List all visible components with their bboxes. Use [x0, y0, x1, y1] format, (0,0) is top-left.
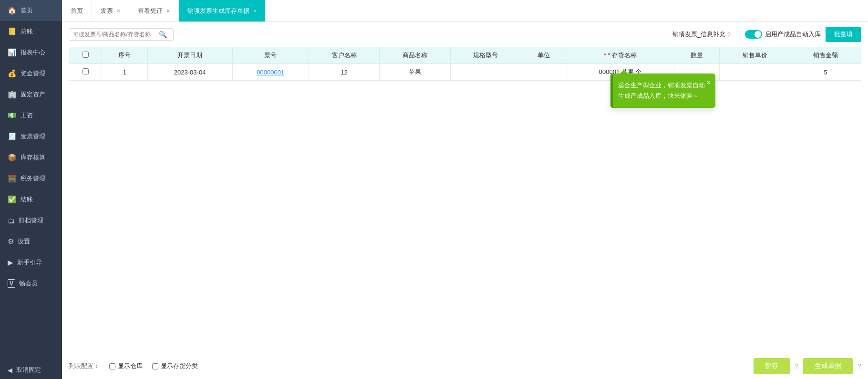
- sidebar-item-invoice-mgmt[interactable]: 🧾 发票管理: [0, 126, 62, 147]
- sidebar-item-settlement[interactable]: ✅ 结账: [0, 189, 62, 210]
- payroll-icon: 💵: [8, 111, 17, 120]
- row-spec: [450, 64, 521, 81]
- data-table: 序号 开票日期 票号 客户名称 商品名称 规格型号 单位 * * 存货名称 数量…: [69, 47, 861, 81]
- col-amount: 销售金额: [790, 47, 861, 64]
- save-button[interactable]: 暂存: [754, 358, 790, 374]
- row-product-name: 苹果: [380, 64, 450, 81]
- sidebar-item-label: 归档管理: [19, 216, 43, 225]
- table-wrap: 序号 开票日期 票号 客户名称 商品名称 规格型号 单位 * * 存货名称 数量…: [62, 47, 868, 81]
- sidebar-item-guide[interactable]: ▶ 新手引导: [0, 252, 62, 273]
- generate-button[interactable]: 生成单据: [803, 358, 853, 374]
- table-row: 1 2023-03-04 00000001 12 苹果 000001 苹果 个 …: [69, 64, 861, 81]
- sidebar-item-reports[interactable]: 📊 报表中心: [0, 42, 62, 63]
- info-text: 销项发票_信息补充: [672, 30, 725, 39]
- tab-sales-invoice-close[interactable]: ×: [253, 8, 257, 14]
- col-unit: 单位: [521, 47, 567, 64]
- sidebar-item-label: 报表中心: [21, 48, 45, 57]
- col-ticket-no: 票号: [232, 47, 309, 64]
- tab-home-label: 首页: [71, 7, 83, 15]
- vip-icon: V: [8, 279, 15, 288]
- row-ticket-no[interactable]: 00000001: [232, 64, 309, 81]
- guide-icon: ▶: [8, 258, 13, 267]
- row-amount: 5: [790, 64, 861, 81]
- content-area: 🔍 销项发票_信息补充 ? 启用产成品自动入库 批量填: [62, 22, 868, 353]
- tab-sales-invoice[interactable]: 销项发票生成库存单据 ×: [179, 0, 266, 21]
- col-seq: 序号: [102, 47, 148, 64]
- sidebar-item-label: 库存核算: [21, 153, 45, 162]
- col-spec: 规格型号: [450, 47, 521, 64]
- tab-bar: 首页 发票 × 查看凭证 × 销项发票生成库存单据 ×: [62, 0, 868, 22]
- row-checkbox-cell: [69, 64, 102, 81]
- tooltip-text: 适合生产型企业，销项发票自动生成产成品入库，快来体验～: [618, 82, 705, 99]
- tab-view-voucher-close[interactable]: ×: [166, 8, 170, 14]
- sidebar-item-label: 新手引导: [17, 258, 42, 267]
- reports-icon: 📊: [8, 48, 17, 57]
- show-warehouse-checkbox-label[interactable]: 显示仓库: [109, 362, 143, 370]
- sidebar-item-label: 首页: [21, 6, 33, 15]
- save-help-icon[interactable]: ?: [795, 362, 798, 370]
- sidebar-item-funds[interactable]: 💰 资金管理: [0, 63, 62, 84]
- search-input[interactable]: [73, 31, 159, 38]
- sidebar-item-home[interactable]: 🏠 首页: [0, 0, 62, 21]
- sidebar-item-archive[interactable]: 🗂 归档管理: [0, 210, 62, 231]
- row-seq: 1: [102, 64, 148, 81]
- sidebar-item-label: 畅会员: [19, 279, 38, 288]
- sidebar-item-label: 工资: [21, 111, 33, 120]
- sidebar-item-label: 发票管理: [21, 132, 45, 141]
- sidebar-item-ledger[interactable]: 📒 总账: [0, 21, 62, 42]
- show-warehouse-checkbox[interactable]: [109, 363, 115, 369]
- sidebar-item-label: 总账: [21, 27, 33, 36]
- tooltip-left-bar: [610, 74, 613, 108]
- col-inventory: * * 存货名称: [567, 47, 674, 64]
- row-checkbox[interactable]: [83, 68, 89, 74]
- select-all-checkbox[interactable]: [83, 52, 89, 58]
- auto-warehouse-toggle[interactable]: [745, 30, 762, 39]
- row-price: [720, 64, 790, 81]
- sidebar-item-assets[interactable]: 🏢 固定资产: [0, 84, 62, 105]
- show-category-checkbox-label[interactable]: 显示存货分类: [152, 362, 198, 370]
- row-unit: [521, 64, 567, 81]
- toggle-wrap: 启用产成品自动入库: [745, 30, 821, 39]
- settings-icon: ⚙: [8, 237, 14, 246]
- row-date: 2023-03-04: [147, 64, 232, 81]
- sidebar-item-settings[interactable]: ⚙ 设置: [0, 231, 62, 252]
- invoice-mgmt-icon: 🧾: [8, 132, 17, 141]
- tooltip-close-button[interactable]: ×: [706, 76, 711, 89]
- gen-help-icon[interactable]: ?: [858, 362, 861, 370]
- toggle-knob: [754, 31, 761, 38]
- row-customer: 12: [309, 64, 379, 81]
- sidebar-item-inventory[interactable]: 📦 库存核算: [0, 147, 62, 168]
- show-category-checkbox[interactable]: [152, 363, 158, 369]
- unfix-icon: ◀: [8, 367, 12, 374]
- sidebar-item-label: 资金管理: [21, 69, 45, 78]
- sidebar-item-vip[interactable]: V 畅会员: [0, 273, 62, 294]
- unfix-label: 取消固定: [16, 366, 41, 374]
- col-qty: 数量: [674, 47, 720, 64]
- inventory-icon: 📦: [8, 153, 17, 162]
- sidebar-item-payroll[interactable]: 💵 工资: [0, 105, 62, 126]
- sidebar-item-label: 税务管理: [21, 174, 45, 183]
- sidebar-item-tax[interactable]: 🧮 税务管理: [0, 168, 62, 189]
- tab-view-voucher-label: 查看凭证: [138, 7, 163, 15]
- search-icon: 🔍: [159, 31, 167, 38]
- bottom-actions: 暂存 ? 生成单据 ?: [754, 358, 861, 374]
- tab-invoice[interactable]: 发票 ×: [92, 0, 129, 21]
- batch-fill-button[interactable]: 批量填: [826, 27, 861, 42]
- ticket-link[interactable]: 00000001: [257, 69, 284, 76]
- archive-icon: 🗂: [8, 217, 15, 225]
- info-label: 销项发票_信息补充 ?: [672, 30, 731, 39]
- tab-invoice-label: 发票: [101, 7, 113, 15]
- sidebar: 🏠 首页 📒 总账 📊 报表中心 💰 资金管理 🏢 固定资产 💵 工资 🧾 发票…: [0, 0, 62, 379]
- tab-sales-invoice-label: 销项发票生成库存单据: [187, 7, 249, 15]
- tab-invoice-close[interactable]: ×: [117, 8, 120, 14]
- tooltip-box: × 适合生产型企业，销项发票自动生成产成品入库，快来体验～: [610, 74, 715, 108]
- funds-icon: 💰: [8, 69, 17, 78]
- search-wrap: 🔍: [69, 28, 174, 41]
- col-product-name: 商品名称: [380, 47, 450, 64]
- show-category-label: 显示存货分类: [161, 362, 198, 370]
- info-icon[interactable]: ?: [727, 31, 731, 38]
- unfix-button[interactable]: ◀ 取消固定: [0, 361, 62, 379]
- toggle-label: 启用产成品自动入库: [765, 30, 821, 39]
- tab-home[interactable]: 首页: [62, 0, 92, 21]
- tab-view-voucher[interactable]: 查看凭证 ×: [129, 0, 179, 21]
